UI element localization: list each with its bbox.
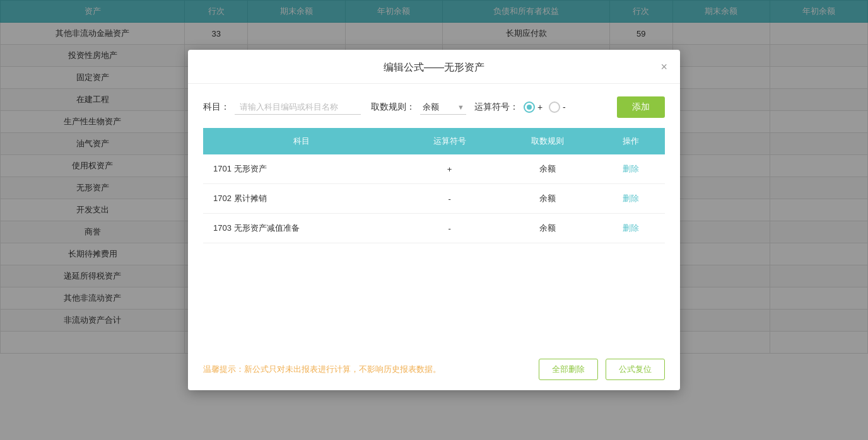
modal-cell-rule: 余额	[499, 214, 597, 243]
modal-table-row: 1702 累计摊销 - 余额 删除	[203, 184, 665, 214]
modal-cell-operator: +	[401, 154, 499, 184]
radio-plus[interactable]: +	[524, 101, 542, 113]
modal-table-row: 1703 无形资产减值准备 - 余额 删除	[203, 214, 665, 243]
modal-cell-subject: 1703 无形资产减值准备	[203, 214, 401, 243]
radio-minus[interactable]: -	[549, 101, 566, 113]
rule-group: 取数规则： 余额 借方发生额 贷方发生额 ▼	[371, 100, 464, 115]
radio-group: + -	[524, 101, 566, 113]
operator-group: 运算符号： + -	[474, 101, 566, 113]
modal-cell-rule: 余额	[499, 154, 597, 184]
modal-cell-subject: 1702 累计摊销	[203, 184, 401, 214]
modal-cell-rule: 余额	[499, 184, 597, 214]
modal-table-row: 1701 无形资产 + 余额 删除	[203, 154, 665, 184]
modal-dialog: 编辑公式——无形资产 × 科目： 取数规则： 余额 借方发生额 贷方发生额 ▼	[188, 50, 680, 390]
col-rule: 取数规则	[499, 128, 597, 154]
delete-link[interactable]: 删除	[623, 164, 639, 173]
modal-cell-action: 删除	[597, 184, 665, 214]
delete-link[interactable]: 删除	[623, 194, 639, 203]
col-action: 操作	[597, 128, 665, 154]
modal-overlay: 编辑公式——无形资产 × 科目： 取数规则： 余额 借方发生额 贷方发生额 ▼	[0, 0, 868, 440]
modal-cell-action: 删除	[597, 214, 665, 243]
rule-label: 取数规则：	[371, 101, 415, 113]
radio-minus-circle	[549, 101, 560, 113]
reset-button[interactable]: 公式复位	[606, 359, 665, 380]
modal-cell-subject: 1701 无形资产	[203, 154, 401, 184]
close-button[interactable]: ×	[658, 59, 670, 75]
rule-select-wrapper: 余额 借方发生额 贷方发生额 ▼	[420, 100, 464, 115]
rule-select[interactable]: 余额 借方发生额 贷方发生额	[420, 100, 466, 115]
modal-cell-operator: -	[401, 214, 499, 243]
footer-buttons: 全部删除 公式复位	[539, 359, 665, 380]
modal-footer: 温馨提示：新公式只对未出报表进行计算，不影响历史报表数据。 全部删除 公式复位	[188, 349, 680, 390]
subject-label: 科目：	[203, 101, 230, 113]
subject-input[interactable]	[235, 100, 361, 115]
radio-plus-label: +	[537, 102, 542, 112]
delete-all-button[interactable]: 全部删除	[539, 359, 598, 380]
col-operator: 运算符号	[401, 128, 499, 154]
modal-title: 编辑公式——无形资产	[384, 61, 484, 74]
subject-group: 科目：	[203, 100, 361, 115]
modal-table: 科目 运算符号 取数规则 操作 1701 无形资产 + 余额 删除 1702 累…	[203, 128, 665, 243]
modal-cell-action: 删除	[597, 154, 665, 184]
hint-text: 温馨提示：新公式只对未出报表进行计算，不影响历史报表数据。	[203, 364, 441, 375]
modal-cell-operator: -	[401, 184, 499, 214]
operator-label: 运算符号：	[474, 101, 519, 113]
modal-table-wrapper: 科目 运算符号 取数规则 操作 1701 无形资产 + 余额 删除 1702 累…	[188, 128, 680, 349]
radio-minus-label: -	[563, 102, 566, 112]
radio-plus-circle	[524, 101, 535, 113]
delete-link[interactable]: 删除	[623, 223, 639, 233]
col-subject: 科目	[203, 128, 401, 154]
add-button[interactable]: 添加	[617, 96, 665, 118]
modal-header: 编辑公式——无形资产 ×	[188, 50, 680, 84]
form-row: 科目： 取数规则： 余额 借方发生额 贷方发生额 ▼ 运算符号：	[188, 84, 680, 128]
